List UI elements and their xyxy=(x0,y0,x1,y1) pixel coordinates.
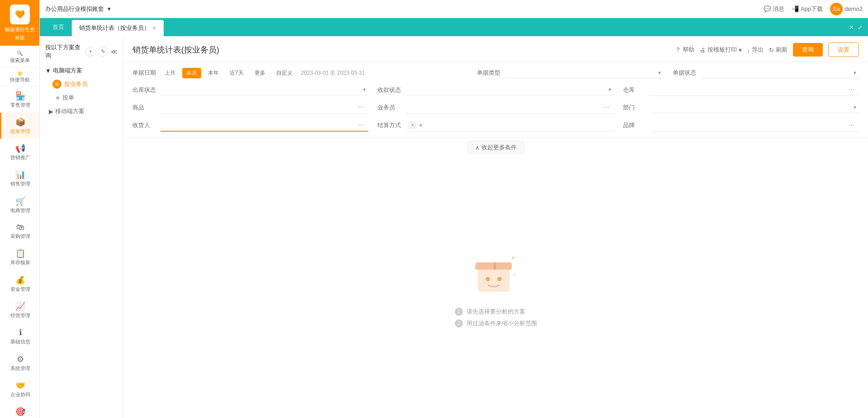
settlement-clear-icon[interactable]: × xyxy=(411,122,414,128)
dept-select-wrap[interactable]: ▾ xyxy=(651,102,859,113)
brand-select-wrap[interactable]: ··· xyxy=(651,119,859,132)
user-menu[interactable]: Ea demo2 xyxy=(830,3,863,15)
left-panel-icons: + ✎ ≪ xyxy=(85,47,118,57)
edit-scheme-icon[interactable]: ✎ xyxy=(98,47,108,57)
date-current-month[interactable]: 本月 xyxy=(182,68,201,78)
filter-area: 单据日期 上月 本月 本年 近7天 更多 自定义 2023-03-01 至 20… xyxy=(123,62,868,138)
sidebar-item-purchase[interactable]: 🛍 采购管理 xyxy=(0,218,39,244)
out-status-select-wrap[interactable]: ▾ xyxy=(160,85,368,95)
date-last-month[interactable]: 上月 xyxy=(160,68,179,78)
consignee-select-wrap[interactable]: ··· xyxy=(160,119,368,132)
dropdown-chevron-icon[interactable]: ▾ xyxy=(108,5,111,12)
search-menu[interactable]: 🔍 搜索菜单 xyxy=(0,46,39,68)
sidebar-item-inventory[interactable]: 📋 库存核算 xyxy=(0,244,39,270)
sidebar-item-sales[interactable]: 📊 销售管理 xyxy=(0,165,39,191)
step-2-num: 2 xyxy=(455,319,463,328)
corp-label: 企业协同 xyxy=(10,391,30,398)
goods-dots-icon[interactable]: ··· xyxy=(356,103,366,111)
doc-type-input[interactable] xyxy=(508,69,658,76)
system-icon: ⚙ xyxy=(17,354,24,364)
svg-point-3 xyxy=(486,277,490,281)
empty-illustration: ✦ ✦ ✦ xyxy=(469,244,523,299)
template-print-button[interactable]: 🖨 按模板打印 ▾ xyxy=(700,46,742,54)
app-download-label: App下载 xyxy=(801,5,823,13)
tab-sales-stat[interactable]: 销货单统计表（按业务员） × xyxy=(72,20,164,36)
empty-instructions: 1 请先选择要分析的方案 2 用过滤条件来缩小分析范围 xyxy=(455,308,537,331)
wholesale-label: 批发管理 xyxy=(10,128,30,134)
help-button[interactable]: ？ 帮助 xyxy=(675,46,694,54)
receipt-status-input[interactable] xyxy=(408,86,608,93)
date-custom[interactable]: 自定义 xyxy=(272,68,297,78)
sidebar-item-system[interactable]: ⚙ 系统管理 xyxy=(0,350,39,376)
date-more[interactable]: 更多 xyxy=(250,68,269,78)
doc-type-select-wrap[interactable]: ▾ xyxy=(505,67,663,78)
sidebar-item-newbie[interactable]: 🎯 新手引导 xyxy=(0,402,39,418)
sidebar-item-retail[interactable]: 🏪 零售管理 xyxy=(0,86,39,113)
date-last-7days[interactable]: 近7天 xyxy=(226,68,248,78)
warehouse-input[interactable] xyxy=(654,86,847,93)
app-download-button[interactable]: 📲 App下载 xyxy=(792,5,823,13)
tab-home[interactable]: 首页 xyxy=(45,18,72,36)
refresh-icon: ↻ xyxy=(769,47,774,53)
setting-button[interactable]: 设置 xyxy=(828,43,859,57)
settlement-dropdown-icon[interactable]: ▾ xyxy=(420,122,422,128)
brand-input[interactable] xyxy=(654,122,847,128)
sidebar-item-wholesale[interactable]: 📦 批发管理 xyxy=(0,113,39,139)
salesperson-input[interactable] xyxy=(408,104,601,111)
page-actions: ？ 帮助 🖨 按模板打印 ▾ ↓ 导出 ↻ 刷新 xyxy=(675,43,859,57)
app-logo[interactable]: 🧡 畅捷通好生意 标版 xyxy=(0,0,39,46)
svg-text:✦: ✦ xyxy=(510,254,516,261)
scheme-by-order[interactable]: ≡ 按单 xyxy=(40,91,123,104)
salesperson-select-wrap[interactable]: ··· xyxy=(406,101,613,114)
filter-row-1: 单据日期 上月 本月 本年 近7天 更多 自定义 2023-03-01 至 20… xyxy=(132,67,859,78)
download-icon: 📲 xyxy=(792,5,799,12)
retail-label: 零售管理 xyxy=(10,102,30,108)
sidebar-item-corp[interactable]: 🤝 企业协同 xyxy=(0,376,39,402)
sidebar-item-ecommerce[interactable]: 🛒 电商管理 xyxy=(0,192,39,218)
filter-receipt-status: 收款状态 ▾ xyxy=(368,85,613,95)
message-button[interactable]: 💬 消息 xyxy=(764,5,784,13)
query-button[interactable]: 查询 xyxy=(793,43,823,57)
help-label: 帮助 xyxy=(683,46,694,54)
sidebar-item-basic[interactable]: ℹ 基础信息 xyxy=(0,323,39,349)
brand-dots-icon[interactable]: ··· xyxy=(847,121,856,129)
tab-fullscreen-icon[interactable]: ⤢ xyxy=(858,24,863,31)
consignee-label: 收货人 xyxy=(132,121,158,129)
consignee-input[interactable] xyxy=(163,122,356,128)
receipt-status-select-wrap[interactable]: ▾ xyxy=(406,85,613,95)
quick-nav[interactable]: ⭐ 快捷导航 xyxy=(0,68,39,86)
warehouse-select-wrap[interactable]: ··· xyxy=(651,84,859,96)
mobile-expand-icon: ▶ xyxy=(49,108,53,115)
sidebar-item-finance[interactable]: 💰 资金管理 xyxy=(0,271,39,297)
username-label: demo2 xyxy=(844,5,863,12)
doc-status-select-wrap[interactable]: ▾ xyxy=(701,67,859,78)
tab-close-window-icon[interactable]: ✕ xyxy=(849,24,854,31)
mobile-scheme-header[interactable]: ▶ 移动端方案 xyxy=(40,105,123,118)
out-status-input[interactable] xyxy=(163,86,363,93)
add-scheme-icon[interactable]: + xyxy=(85,47,95,57)
goods-input[interactable] xyxy=(163,104,356,111)
export-button[interactable]: ↓ 导出 xyxy=(747,46,764,54)
main-area: 办公用品行业模拟账套 ▾ 💬 消息 📲 App下载 Ea demo2 首页 销货… xyxy=(40,0,868,418)
left-panel-header: 按以下方案查询 + ✎ ≪ xyxy=(40,41,123,62)
basic-label: 基础信息 xyxy=(10,338,30,345)
doc-status-input[interactable] xyxy=(703,69,854,76)
tab-close-icon[interactable]: × xyxy=(152,24,156,32)
sidebar-item-marketing[interactable]: 📢 营销推广 xyxy=(0,139,39,165)
sidebar-item-operation[interactable]: 📈 经营管理 xyxy=(0,297,39,323)
dept-label: 部门 xyxy=(623,104,648,112)
warehouse-dots-icon[interactable]: ··· xyxy=(847,86,856,94)
refresh-button[interactable]: ↻ 刷新 xyxy=(769,46,788,54)
left-panel: 按以下方案查询 + ✎ ≪ ▼ 电脑端方案 业 按业务员 ≡ 按 xyxy=(40,36,123,418)
collapse-panel-icon[interactable]: ≪ xyxy=(111,48,118,55)
date-current-year[interactable]: 本年 xyxy=(204,68,223,78)
mobile-scheme-group: ▶ 移动端方案 xyxy=(40,105,123,118)
dept-input[interactable] xyxy=(654,104,854,111)
scheme-by-salesperson[interactable]: 业 按业务员 xyxy=(40,77,123,91)
empty-step-2: 2 用过滤条件来缩小分析范围 xyxy=(455,319,537,328)
collapse-button[interactable]: ∧ 收起更多条件 xyxy=(467,141,524,154)
goods-select-wrap[interactable]: ··· xyxy=(160,101,368,114)
consignee-dots-icon[interactable]: ··· xyxy=(356,121,366,129)
desktop-scheme-header[interactable]: ▼ 电脑端方案 xyxy=(40,64,123,77)
salesperson-dots-icon[interactable]: ··· xyxy=(601,103,611,111)
